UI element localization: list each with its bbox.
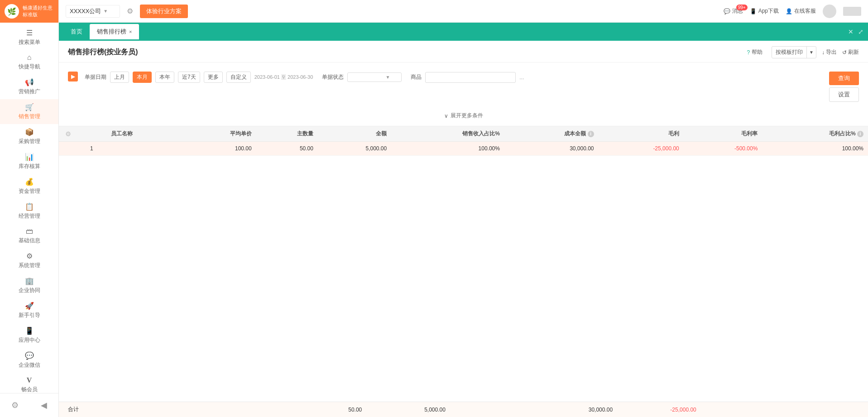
gross-pct-info-icon[interactable]: i [857,131,863,137]
sidebar-item-basic[interactable]: 🗃 基础信息 [0,224,58,248]
sidebar-item-member[interactable]: V 畅会员 [0,373,58,393]
tab-sales-ranking[interactable]: 销售排行榜 × [90,24,139,39]
sidebar-item-finance[interactable]: 💰 资金管理 [0,174,58,199]
sidebar-item-search-label: 搜索菜单 [19,38,40,46]
footer-row: 合计 50.00 5,000.00 30,000.00 -25,000.00 [59,402,868,417]
footer-amount: 5,000.00 [362,407,446,413]
system-icon: ⚙ [26,252,33,260]
tabbar: 首页 销售排行榜 × ✕ ⤢ [59,23,868,41]
logo-icon: 🌿 [5,4,19,19]
sidebar-item-purchase[interactable]: 📦 采购管理 [0,124,58,149]
col-avg-price: 平均单价 [181,126,256,142]
tab-maximize-icon[interactable]: ⤢ [858,28,863,35]
status-select[interactable]: ▼ [347,72,402,82]
refresh-button[interactable]: ↺ 刷新 [842,48,859,56]
sidebar: 🌿 畅康通好生意 标准版 ☰ 搜索菜单 ⌂ 快捷导航 📢 营销推广 🛒 销售管理… [0,0,59,417]
main-area: XXXXX公司 ▼ ⚙ 体验行业方案 💬 消息 99+ 📱 App下载 👤 在线… [59,0,868,417]
refresh-icon: ↺ [842,49,847,56]
print-button[interactable]: 按模板打印 [772,47,807,58]
sidebar-item-system[interactable]: ⚙ 系统管理 [0,248,58,273]
sidebar-item-quick-nav[interactable]: ⌂ 快捷导航 [0,50,58,74]
message-badge: 99+ [736,5,748,10]
trial-button[interactable]: 体验行业方案 [140,5,188,18]
help-button[interactable]: ? 帮助 [743,47,766,58]
topbar-gear-icon[interactable]: ⚙ [127,7,133,15]
filter-cols: 单据日期 上月 本月 本年 近7天 更多 自定义 2023-06-01 至 20… [85,72,822,83]
goods-input[interactable] [425,72,516,83]
table-header-row: ⚙ 员工名称 平均单价 主数量 全额 销售收入占比% 成本全额 i 毛利 [59,126,868,142]
filter-area: ▶ 单据日期 上月 本月 本年 近7天 更多 自定义 2023-06-01 至 … [59,62,868,126]
sidebar-item-operation[interactable]: 📋 经营管理 [0,199,58,224]
col-cost: 成本全额 i [504,126,599,142]
row-gross-cell: -25,000.00 [599,142,684,156]
sidebar-item-inventory[interactable]: 📊 库存核算 [0,149,58,174]
date-btn-more[interactable]: 更多 [204,72,223,83]
goods-more-link[interactable]: ... [519,74,524,81]
sidebar-item-app-center[interactable]: 📱 应用中心 [0,323,58,348]
online-service-action[interactable]: 👤 在线客服 [786,7,816,15]
date-btn-this-year[interactable]: 本年 [155,72,174,83]
sidebar-item-enterprise[interactable]: 🏢 企业协同 [0,273,58,298]
tab-close-icon[interactable]: × [129,29,132,34]
query-button[interactable]: 查询 [829,72,859,85]
print-button-group: 按模板打印 ▼ [772,46,816,58]
sidebar-item-marketing[interactable]: 📢 营销推广 [0,74,58,99]
table-row: 1 100.00 50.00 5,000.00 100.00% 30,000.0… [59,142,868,156]
avatar[interactable] [823,5,836,18]
col-gross-pct: 毛利占比% i [762,126,868,142]
sidebar-settings-btn[interactable]: ⚙ [9,398,21,412]
date-btn-this-month[interactable]: 本月 [133,72,152,83]
message-action[interactable]: 💬 消息 99+ [724,7,743,15]
refresh-label: 刷新 [848,48,859,56]
footer-cost: 30,000.00 [529,407,613,413]
company-name: XXXXX公司 [70,7,101,15]
row-cost-cell: 30,000.00 [504,142,599,156]
date-range-display: 2023-06-01 至 2023-06-30 [254,74,313,81]
company-selector[interactable]: XXXXX公司 ▼ [66,5,120,18]
date-btn-custom[interactable]: 自定义 [226,72,251,83]
col-employee: 员工名称 [106,126,181,142]
help-label: 帮助 [752,48,762,56]
sidebar-item-enterprise-label: 企业协同 [19,287,40,294]
app-download-action[interactable]: 📱 App下载 [750,7,779,15]
header-actions: ? 帮助 按模板打印 ▼ ↓ 导出 ↺ 刷新 [743,46,859,58]
export-icon: ↓ [822,49,825,56]
col-gross-rate: 毛利率 [684,126,762,142]
filter-collapse-arrow[interactable]: ▶ [68,72,78,81]
sidebar-collapse-btn[interactable]: ◀ [38,398,49,412]
tab-sales-ranking-label: 销售排行榜 [97,28,126,36]
goods-filter-group: 商品 ... [411,72,524,83]
print-dropdown-arrow[interactable]: ▼ [807,48,816,57]
tab-home[interactable]: 首页 [63,24,90,39]
date-btn-last-month[interactable]: 上月 [110,72,129,83]
date-filter-label: 单据日期 [85,73,106,81]
tab-close-window-icon[interactable]: ✕ [848,28,854,35]
col-settings[interactable]: ⚙ [59,126,77,142]
sidebar-item-app-center-label: 应用中心 [19,336,40,344]
home-icon: ⌂ [27,53,32,62]
date-filter-group: 单据日期 上月 本月 本年 近7天 更多 自定义 2023-06-01 至 20… [85,72,313,83]
sidebar-item-wechat[interactable]: 💬 企业微信 [0,348,58,373]
app-download-label: App下载 [758,7,779,15]
settings-button[interactable]: 设置 [829,87,859,102]
date-btn-7days[interactable]: 近7天 [178,72,200,83]
expand-more-btn[interactable]: ∨ 展开更多条件 [444,112,483,120]
col-sales-pct: 销售收入占比% [391,126,504,142]
cost-info-icon[interactable]: i [588,131,594,137]
sidebar-item-search[interactable]: ☰ 搜索菜单 [0,25,58,50]
marketing-icon: 📢 [25,78,34,86]
sidebar-bottom: ⚙ ◀ [0,393,58,417]
sidebar-item-sales[interactable]: 🛒 销售管理 [0,99,58,124]
status-select-arrow: ▼ [385,75,390,80]
sidebar-item-inventory-label: 库存核算 [19,163,40,170]
sidebar-item-guide[interactable]: 🚀 新手引导 [0,298,58,323]
enterprise-icon: 🏢 [25,277,34,285]
table-settings-icon[interactable]: ⚙ [65,130,71,138]
tabbar-right: ✕ ⤢ [848,28,863,35]
export-button[interactable]: ↓ 导出 [822,48,837,56]
topbar: XXXXX公司 ▼ ⚙ 体验行业方案 💬 消息 99+ 📱 App下载 👤 在线… [59,0,868,23]
user-name-area [843,7,861,16]
finance-icon: 💰 [25,177,34,186]
wechat-icon: 💬 [25,351,34,360]
sidebar-item-operation-label: 经营管理 [19,212,40,220]
